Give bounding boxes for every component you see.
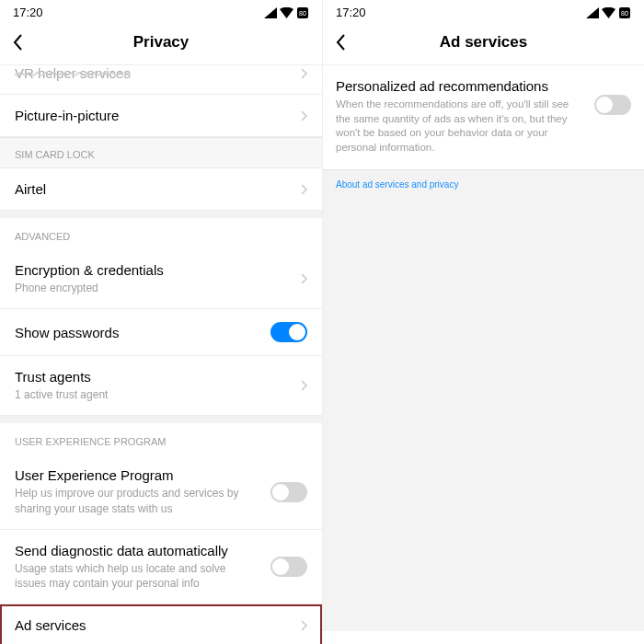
item-label: Personalized ad recommendations <box>336 78 574 94</box>
page-title: Ad services <box>336 33 631 52</box>
item-label: VR helper services <box>15 65 290 81</box>
chevron-right-icon <box>301 380 307 391</box>
battery-icon: 80 <box>296 6 309 19</box>
toggle-show-passwords[interactable] <box>270 322 307 342</box>
chevron-right-icon <box>301 184 307 195</box>
wifi-icon <box>602 7 615 18</box>
settings-item-encryption[interactable]: Encryption & credentials Phone encrypted <box>0 249 322 309</box>
chevron-right-icon <box>301 620 307 631</box>
header-bar: Privacy <box>0 22 322 65</box>
svg-text:80: 80 <box>621 10 628 17</box>
status-bar: 17:20 80 <box>323 0 644 22</box>
header-bar: Ad services <box>323 22 644 65</box>
ad-services-screen: 17:20 80 Ad services Personalized ad rec… <box>322 0 644 644</box>
status-time: 17:20 <box>336 6 366 19</box>
settings-item-uep[interactable]: User Experience Program Help us improve … <box>0 454 322 529</box>
settings-item-personalized-ads[interactable]: Personalized ad recommendations When the… <box>323 65 644 170</box>
chevron-right-icon <box>301 110 307 121</box>
settings-item-diagnostic[interactable]: Send diagnostic data automatically Usage… <box>0 530 322 604</box>
item-label: Airtel <box>15 181 290 197</box>
item-subtitle: Help us improve our products and service… <box>15 486 259 515</box>
item-subtitle: Phone encrypted <box>15 281 290 295</box>
section-uep: USER EXPERIENCE PROGRAM <box>0 423 322 454</box>
chevron-right-icon <box>301 273 307 284</box>
item-subtitle: Usage stats which help us locate and sol… <box>15 561 259 591</box>
status-bar: 17:20 80 <box>0 0 322 22</box>
page-title: Privacy <box>13 33 309 52</box>
item-label: User Experience Program <box>15 467 259 483</box>
battery-icon: 80 <box>618 6 631 19</box>
status-icons: 80 <box>586 6 631 19</box>
wifi-icon <box>280 7 293 18</box>
settings-item-trust-agents[interactable]: Trust agents 1 active trust agent <box>0 356 322 416</box>
section-advanced: ADVANCED <box>0 218 322 249</box>
settings-item-ad-services[interactable]: Ad services <box>0 604 322 644</box>
section-gap <box>0 211 322 218</box>
settings-item-airtel[interactable]: Airtel <box>0 168 322 211</box>
section-gap <box>0 416 322 423</box>
item-subtitle: When the recommendations are off, you'll… <box>336 98 574 155</box>
chevron-right-icon <box>301 68 307 79</box>
item-label: Ad services <box>15 617 290 633</box>
section-sim-lock: SIM CARD LOCK <box>0 137 322 168</box>
privacy-screen: 17:20 80 Privacy VR helper services Pict… <box>0 0 322 644</box>
item-label: Show passwords <box>15 325 259 340</box>
toggle-personalized-ads[interactable] <box>594 95 631 115</box>
item-subtitle: 1 active trust agent <box>15 387 290 402</box>
signal-icon <box>264 7 277 18</box>
item-label: Picture-in-picture <box>15 108 290 123</box>
status-icons: 80 <box>264 6 309 19</box>
svg-text:80: 80 <box>299 10 306 17</box>
settings-item-vr[interactable]: VR helper services <box>0 65 322 95</box>
settings-item-show-passwords[interactable]: Show passwords <box>0 309 322 356</box>
item-label: Send diagnostic data automatically <box>15 543 259 558</box>
toggle-diagnostic[interactable] <box>270 557 307 577</box>
toggle-uep[interactable] <box>270 482 307 502</box>
item-label: Trust agents <box>15 369 290 385</box>
signal-icon <box>586 7 599 18</box>
status-time: 17:20 <box>13 6 43 19</box>
about-link[interactable]: About ad services and privacy <box>323 170 644 199</box>
settings-item-pip[interactable]: Picture-in-picture <box>0 95 322 137</box>
content-body: Personalized ad recommendations When the… <box>323 65 644 631</box>
item-label: Encryption & credentials <box>15 262 290 278</box>
